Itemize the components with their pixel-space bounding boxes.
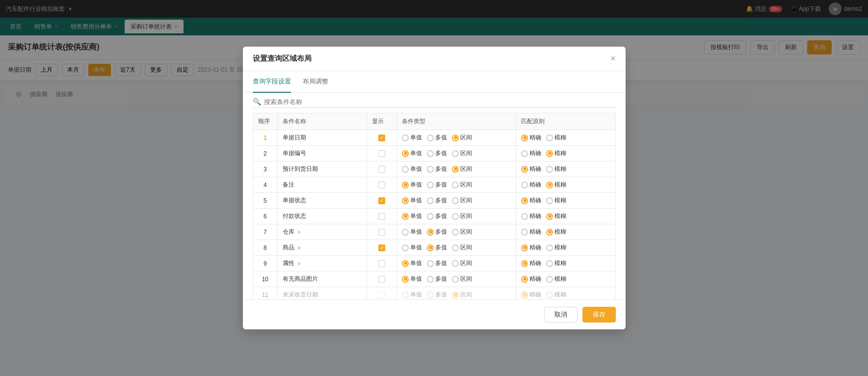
search-area: 🔍	[243, 93, 626, 108]
search-icon: 🔍	[253, 98, 261, 106]
search-input[interactable]	[264, 98, 616, 106]
tab-query-fields[interactable]: 查询字段设置	[253, 71, 291, 93]
tab-layout[interactable]: 布局调整	[303, 71, 328, 93]
settings-dialog: 设置查询区域布局 × 查询字段设置 布局调整 🔍	[243, 47, 626, 109]
dialog-body: 查询字段设置 布局调整 🔍 顺序 条	[243, 71, 626, 109]
dialog-title: 设置查询区域布局	[253, 54, 312, 63]
dialog-tabs: 查询字段设置 布局调整	[243, 71, 626, 93]
dialog-header: 设置查询区域布局 ×	[243, 47, 626, 71]
tab-layout-label: 布局调整	[303, 78, 328, 85]
dialog-close-button[interactable]: ×	[610, 54, 616, 64]
tab-query-fields-label: 查询字段设置	[253, 78, 291, 85]
dialog-overlay: 设置查询区域布局 × 查询字段设置 布局调整 🔍	[0, 0, 868, 109]
search-line: 🔍	[253, 98, 616, 108]
